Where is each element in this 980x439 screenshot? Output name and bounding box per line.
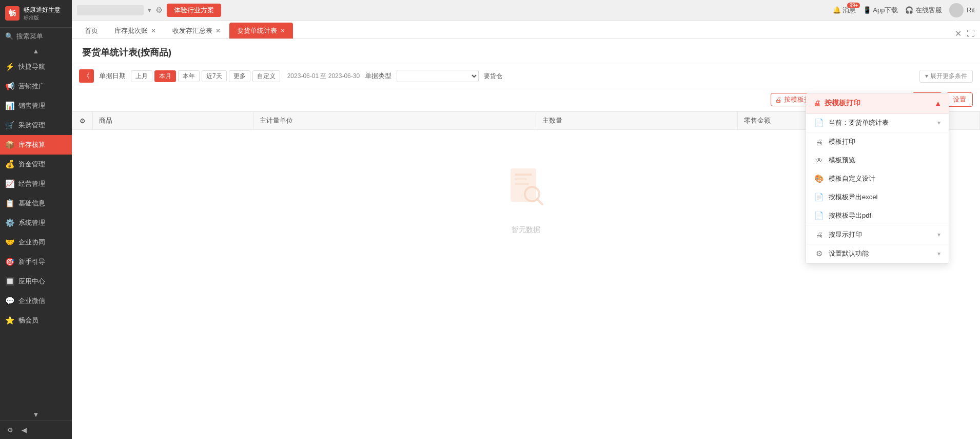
dropdown-template-print[interactable]: 🖨 模板打印 [806,132,949,151]
sidebar-item-enterprise[interactable]: 🤝 企业协同 [0,233,72,252]
main-content: ▾ ⚙ 体验行业方案 🔔 99+ 消息 📱 App下载 🎧 在线客服 Rit [72,0,980,439]
dropdown-display-print[interactable]: 🖨 按显示打印 ▾ [806,225,949,244]
topbar: ▾ ⚙ 体验行业方案 🔔 99+ 消息 📱 App下载 🎧 在线客服 Rit [72,0,980,21]
tab-inventory-batch[interactable]: 库存批次账 ✕ [107,23,164,39]
dropdown-export-pdf[interactable]: 📄 按模板导出pdf [806,206,949,225]
dropdown-header: 🖨 按模板打印 ▲ [806,93,949,113]
sidebar-item-label: 快捷导航 [18,62,45,71]
sidebar-item-label: 畅会员 [18,316,38,325]
dropdown-items-section: 🖨 模板打印 👁 模板预览 🎨 模板自定义设计 📄 按模板导出excel 📄 [806,132,949,225]
dropdown-default-settings-section: ⚙ 设置默认功能 ▾ [806,244,949,263]
export-pdf-icon: 📄 [814,211,824,220]
topbar-dropdown-arrow[interactable]: ▾ [148,6,151,14]
dropdown-display-print-section: 🖨 按显示打印 ▾ [806,225,949,244]
search-menu[interactable]: 🔍 搜索菜单 [0,28,72,45]
sidebar-item-vip[interactable]: ⭐ 畅会员 [0,311,72,330]
printer-header-icon: 🖨 [813,99,820,107]
sidebar-item-system[interactable]: ⚙️ 系统管理 [0,213,72,233]
dropdown-export-excel[interactable]: 📄 按模板导出excel [806,188,949,206]
sidebar-item-wechat[interactable]: 💬 企业微信 [0,291,72,311]
sidebar-item-purchase[interactable]: 🛒 采购管理 [0,116,72,135]
display-print-expand-icon: ▾ [937,231,940,238]
headset-icon: 🎧 [905,6,913,14]
dropdown-current-item[interactable]: 📄 当前：要货单统计表 ▾ [806,113,949,132]
dropdown-default-settings[interactable]: ⚙ 设置默认功能 ▾ [806,244,949,263]
sidebar: 畅 畅康通好生意 标准版 🔍 搜索菜单 ▲ ⚡ 快捷导航 📢 营销推广 📊 销售… [0,0,72,439]
filter-bar: 《 单据日期 上月 本月 本年 近7天 更多 自定义 2023-06-01 至 … [72,64,980,88]
quick-nav-icon: ⚡ [5,62,14,71]
sidebar-item-guide[interactable]: 🎯 新手引导 [0,252,72,272]
date-btn-more[interactable]: 更多 [229,70,250,82]
app-logo: 畅 畅康通好生意 标准版 [0,0,72,28]
sidebar-item-label: 企业协同 [18,238,45,247]
logo-text: 畅康通好生意 标准版 [24,6,61,21]
sidebar-item-label: 销售管理 [18,101,45,110]
sidebar-item-finance[interactable]: 💰 资金管理 [0,155,72,174]
sidebar-item-basic[interactable]: 📋 基础信息 [0,194,72,213]
avatar [949,3,964,17]
type-filter-label: 单据类型 [365,71,391,81]
settings-footer-icon[interactable]: ⚙ [7,426,13,434]
date-btn-prev-month[interactable]: 上月 [131,70,152,82]
collapse-icon[interactable]: ◀ [22,426,27,434]
scroll-down[interactable]: ▼ [0,409,72,421]
user-menu[interactable]: Rit [949,3,975,17]
appstore-icon: 🔲 [5,277,14,286]
dropdown-template-preview[interactable]: 👁 模板预览 [806,151,949,169]
template-print-icon: 🖨 [814,138,824,146]
settings-btn[interactable]: 设置 [946,92,973,107]
basic-icon: 📋 [5,199,14,208]
sidebar-item-inventory[interactable]: 📦 库存核算 [0,135,72,155]
app-download-btn[interactable]: 📱 App下载 [863,6,898,15]
dropdown-close-icon[interactable]: ▲ [934,99,942,107]
tab-close-icon[interactable]: ✕ [151,27,156,34]
tab-expand-icon[interactable]: ⛶ [967,29,975,39]
more-filter-label: 要货仓 [484,72,502,81]
date-btn-this-year[interactable]: 本年 [178,70,200,82]
vip-icon: ⭐ [5,316,14,325]
sidebar-item-label: 系统管理 [18,218,45,227]
sidebar-item-sales[interactable]: 📊 销售管理 [0,96,72,116]
tab-close-icon[interactable]: ✕ [280,27,285,34]
empty-text: 暂无数据 [512,225,540,235]
sidebar-item-appstore[interactable]: 🔲 应用中心 [0,272,72,291]
topbar-search-input[interactable] [77,5,144,15]
sidebar-item-label: 采购管理 [18,121,45,130]
trial-btn[interactable]: 体验行业方案 [167,4,221,17]
default-settings-icon: ⚙ [814,249,824,258]
sidebar-item-operations[interactable]: 📈 经营管理 [0,174,72,194]
empty-icon [500,161,552,220]
online-support-btn[interactable]: 🎧 在线客服 [905,6,942,15]
enterprise-icon: 🤝 [5,238,14,247]
col-quantity: 主数量 [536,112,737,130]
bell-icon: 🔔 [833,6,841,14]
svg-rect-1 [515,174,532,176]
tabs-controls: ✕ ⛶ [955,29,975,39]
date-btn-7days[interactable]: 近7天 [202,70,227,82]
scroll-up[interactable]: ▲ [0,45,72,57]
filter-collapse-btn[interactable]: 《 [79,69,94,83]
sidebar-footer: ⚙ ◀ [0,421,72,439]
col-settings[interactable]: ⚙ [72,112,93,130]
tab-order-stats[interactable]: 要货单统计表 ✕ [229,23,293,39]
date-btn-this-month[interactable]: 本月 [154,70,176,82]
display-print-icon: 🖨 [814,231,824,239]
tab-close-icon[interactable]: ✕ [215,27,221,34]
expand-more-btn[interactable]: ▾ 展开更多条件 [919,70,973,83]
type-filter-select[interactable] [397,70,479,82]
sidebar-item-marketing[interactable]: 📢 营销推广 [0,77,72,96]
tab-home[interactable]: 首页 [77,23,106,39]
tab-close-all-icon[interactable]: ✕ [955,29,962,39]
notification-btn[interactable]: 🔔 99+ 消息 [833,6,856,15]
dropdown-template-design[interactable]: 🎨 模板自定义设计 [806,169,949,188]
tab-receipt-summary[interactable]: 收发存汇总表 ✕ [165,23,228,39]
current-item-icon: 📄 [814,118,824,127]
finance-icon: 💰 [5,160,14,169]
sidebar-item-quick-nav[interactable]: ⚡ 快捷导航 [0,57,72,77]
phone-icon: 📱 [863,6,871,14]
sidebar-item-label: 经营管理 [18,179,45,188]
date-btn-custom[interactable]: 自定义 [252,70,280,82]
printer-icon: 🖨 [775,96,782,104]
topbar-gear-icon[interactable]: ⚙ [155,5,163,15]
col-product: 商品 [93,112,253,130]
